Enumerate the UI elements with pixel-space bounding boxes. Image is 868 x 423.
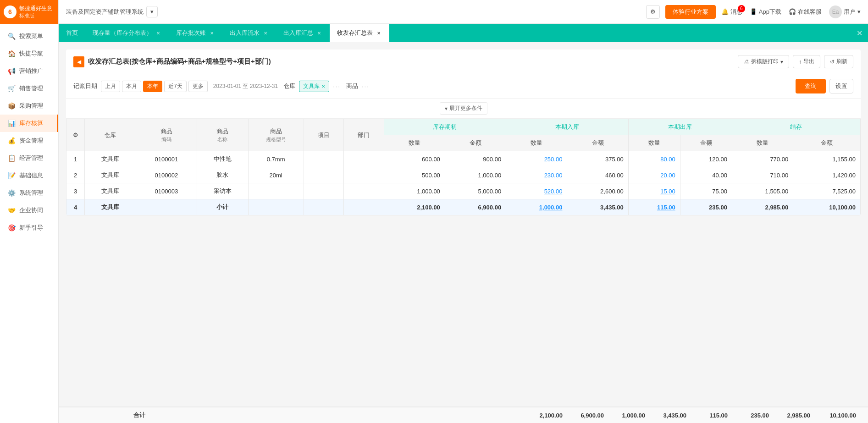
app-download-item[interactable]: 📱 App下载 — [750, 8, 781, 16]
sidebar-item-finance[interactable]: 💰 资金管理 — [0, 132, 58, 149]
tab-close-icon[interactable]: ✕ — [209, 30, 215, 36]
col-sub-open-amount: 金额 — [445, 135, 506, 151]
tab-close-icon[interactable]: ✕ — [155, 30, 161, 36]
cell-goods-name: 小计 — [197, 199, 248, 215]
cell-project — [304, 183, 343, 199]
tab-close-icon[interactable]: ✕ — [262, 30, 269, 36]
goods-filter-section: 商品 ··· — [346, 82, 370, 90]
export-icon: ↑ — [799, 59, 802, 65]
footer-open-qty: 2,100.00 — [526, 412, 567, 419]
date-btn-prev-month[interactable]: 上月 — [101, 81, 120, 92]
online-service-item[interactable]: 🎧 在线客服 — [789, 8, 822, 16]
cell-out-qty[interactable]: 15.00 — [628, 183, 680, 199]
sidebar-item-system[interactable]: ⚙️ 系统管理 — [0, 184, 58, 202]
filter-bar: 记账日期 上月 本月 本年 近7天 更多 2023-01-01 至 2023-1… — [66, 74, 861, 99]
tab-inventory-dist[interactable]: 现存量（库存分布表） ✕ — [85, 24, 169, 42]
sidebar-item-search[interactable]: 🔍 搜索菜单 — [0, 27, 58, 45]
table-settings-header[interactable]: ⚙ — [66, 119, 85, 151]
tab-close-icon[interactable]: ✕ — [316, 30, 322, 36]
cell-goods-spec: 20ml — [248, 167, 304, 183]
sidebar-item-sales[interactable]: 🛒 销售管理 — [0, 80, 58, 97]
date-btn-more[interactable]: 更多 — [188, 81, 208, 92]
cell-in-qty[interactable]: 230.00 — [506, 167, 567, 183]
cell-goods-name: 胶水 — [197, 167, 248, 183]
refresh-btn[interactable]: ↺ 刷新 — [824, 55, 853, 68]
tab-receive-send-summary[interactable]: 收发存汇总表 ✕ — [330, 24, 389, 42]
cell-out-amount: 40.00 — [680, 167, 732, 183]
tab-label: 现存量（库存分布表） — [93, 29, 152, 37]
date-btn-7days[interactable]: 近7天 — [164, 81, 187, 92]
sidebar-item-operation[interactable]: 📋 经营管理 — [0, 149, 58, 167]
date-buttons: 上月 本月 本年 近7天 更多 — [101, 81, 208, 92]
col-header-goods-code: 商品编码 — [136, 119, 197, 151]
print-btn[interactable]: 🖨 拆模版打印 ▾ — [738, 55, 789, 68]
tab-close-icon[interactable]: ✕ — [376, 30, 382, 36]
cell-out-qty[interactable]: 80.00 — [628, 151, 680, 167]
table-footer-bar: 合计 2,100.00 6,900.00 1,000.00 3,435.00 1… — [59, 407, 868, 423]
system-dropdown[interactable]: ▾ — [146, 6, 158, 17]
sidebar-item-inventory[interactable]: 📊 库存核算 — [0, 115, 58, 132]
table-row: 1 文具库 0100001 中性笔 0.7mm 600.00 900.00 25… — [66, 151, 861, 167]
export-btn[interactable]: ↑ 导出 — [793, 55, 820, 68]
sidebar-item-marketing[interactable]: 📢 营销推广 — [0, 62, 58, 80]
sidebar-item-label: 新手引导 — [19, 224, 43, 232]
query-btn[interactable]: 查询 — [796, 79, 826, 93]
page-header: ◀ 收发存汇总表(按仓库+商品编码+商品+规格型号+项目+部门) 🖨 拆模版打印… — [66, 49, 861, 74]
col-sub-out-amount: 金额 — [680, 135, 732, 151]
cell-bal-qty: 1,505.00 — [732, 183, 793, 199]
date-btn-this-year[interactable]: 本年 — [143, 81, 162, 92]
online-service-label: 在线客服 — [798, 8, 822, 16]
warehouse-ellipsis[interactable]: ··· — [333, 83, 341, 90]
guide-icon: 🎯 — [7, 224, 16, 232]
bell-icon: 🔔 — [721, 8, 729, 15]
expand-more-btn[interactable]: ▾ 展开更多条件 — [440, 102, 487, 115]
footer-out-amount: 235.00 — [732, 412, 774, 419]
close-all-tabs-btn[interactable]: ✕ — [851, 24, 868, 42]
chevron-down-icon: ▾ — [857, 8, 861, 15]
sidebar-item-guide[interactable]: 🎯 新手引导 — [0, 219, 58, 236]
tab-in-out-flow[interactable]: 出入库流水 ✕ — [222, 24, 276, 42]
cell-in-qty[interactable]: 520.00 — [506, 183, 567, 199]
col-sub-open-qty: 数量 — [384, 135, 445, 151]
cell-open-qty: 500.00 — [384, 167, 445, 183]
tab-in-out-summary[interactable]: 出入库汇总 ✕ — [276, 24, 330, 42]
tab-home[interactable]: 首页 — [59, 24, 85, 42]
cell-project — [304, 151, 343, 167]
footer-open-amount: 6,900.00 — [567, 412, 608, 419]
sidebar: 6 畅捷通好生意 标准版 🔍 搜索菜单 🏠 快捷导航 📢 营销推广 🛒 销售管理… — [0, 0, 59, 423]
footer-bal-qty: 2,985.00 — [774, 412, 815, 419]
mobile-icon: 📱 — [750, 8, 757, 15]
sidebar-item-enterprise[interactable]: 🤝 企业协同 — [0, 202, 58, 219]
cell-in-qty[interactable]: 250.00 — [506, 151, 567, 167]
date-btn-this-month[interactable]: 本月 — [122, 81, 141, 92]
enterprise-icon: 🤝 — [7, 206, 16, 214]
operation-icon: 📋 — [7, 154, 16, 162]
sidebar-item-purchase[interactable]: 📦 采购管理 — [0, 97, 58, 115]
notification-item[interactable]: 🔔 消息 6 — [721, 8, 742, 16]
cell-department — [344, 151, 384, 167]
toggle-sidebar-btn[interactable]: ◀ — [73, 56, 84, 67]
cell-bal-amount: 7,525.00 — [793, 183, 861, 199]
cell-out-qty[interactable]: 115.00 — [628, 199, 680, 215]
cell-in-qty[interactable]: 1,000.00 — [506, 199, 567, 215]
cell-serial: 2 — [66, 167, 85, 183]
cell-open-qty: 600.00 — [384, 151, 445, 167]
col-header-balance: 结存 — [732, 119, 860, 135]
sidebar-item-label: 库存核算 — [19, 119, 43, 127]
tab-batch-account[interactable]: 库存批次账 ✕ — [169, 24, 222, 42]
sidebar-item-quick-nav[interactable]: 🏠 快捷导航 — [0, 45, 58, 62]
topbar-settings-btn[interactable]: ⚙ — [646, 5, 660, 19]
sidebar-item-basic-info[interactable]: 📝 基础信息 — [0, 167, 58, 184]
cell-in-amount: 375.00 — [567, 151, 628, 167]
col-sub-in-amount: 金额 — [567, 135, 628, 151]
user-item[interactable]: Ea 用户 ▾ — [829, 5, 861, 18]
try-industry-btn[interactable]: 体验行业方案 — [665, 5, 716, 19]
cell-out-qty[interactable]: 20.00 — [628, 167, 680, 183]
warehouse-tag-close[interactable]: ✕ — [321, 84, 325, 89]
filter-settings-btn[interactable]: 设置 — [829, 79, 853, 93]
goods-ellipsis[interactable]: ··· — [362, 83, 370, 90]
tabs-bar: 首页 现存量（库存分布表） ✕ 库存批次账 ✕ 出入库流水 ✕ 出入库汇总 ✕ … — [59, 24, 868, 42]
col-header-opening: 库存期初 — [384, 119, 506, 135]
headset-icon: 🎧 — [789, 8, 796, 15]
warehouse-filter-section: 仓库 文具库 ✕ ··· — [283, 81, 341, 92]
